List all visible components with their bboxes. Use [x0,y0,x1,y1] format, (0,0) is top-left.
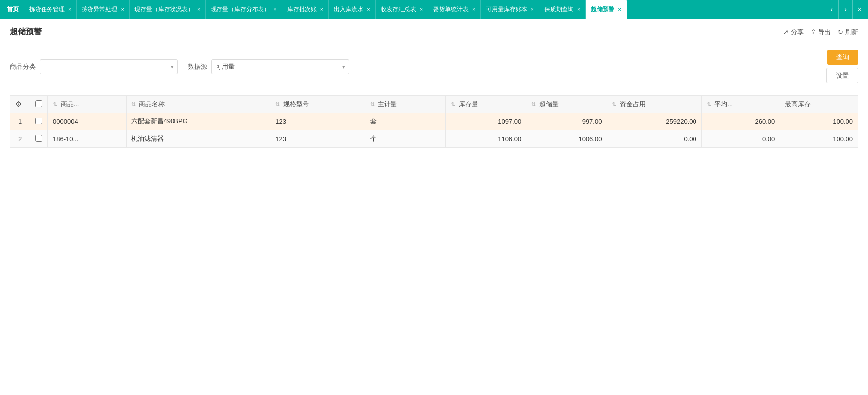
cell-product-name: 机油滤清器 [126,130,270,148]
refresh-label: 刷新 [845,28,858,37]
nav-tab-stock-dist[interactable]: 现存量（库存分布表） × [206,0,282,19]
nav-tab-label: 拣货异常处理 [82,5,117,14]
nav-tab-label: 库存批次账 [287,5,317,14]
nav-tab-stock-status[interactable]: 现存量（库存状况表） × [130,0,206,19]
nav-tab-exception[interactable]: 拣货异常处理 × [77,0,129,19]
nav-close-button[interactable]: × [852,0,866,19]
cell-unit: 套 [365,113,445,130]
datasource-filter-group: 数据源 可用量 ▾ [188,59,349,74]
data-table: ⚙ ⇅ 商品... ⇅ 商品名称 ⇅ 规格型号 ⇅ [10,95,858,148]
sort-icon: ⇅ [370,101,375,107]
table-body: 1 0000004 六配套新昌490BPG 123 套 1097.00 997.… [10,113,858,148]
nav-tab-label: 保质期查询 [544,5,574,14]
th-overstock-qty[interactable]: ⇅ 超储量 [526,96,607,113]
nav-arrows: ‹ › × [825,0,866,19]
datasource-label: 数据源 [188,62,207,71]
cell-max-stock: 100.00 [780,113,858,130]
filter-area: 商品分类 ▾ 数据源 可用量 ▾ 查询 设置 [10,45,858,88]
nav-tab-label: 出入库流水 [334,5,363,14]
th-capital-occupy[interactable]: ⇅ 资金占用 [607,96,701,113]
close-icon[interactable]: × [68,6,71,12]
settings-button[interactable]: 设置 [826,68,858,83]
datasource-select[interactable]: 可用量 ▾ [211,59,349,74]
nav-tab-expiry[interactable]: 保质期查询 × [539,0,586,19]
th-unit[interactable]: ⇅ 主计量 [365,96,445,113]
chevron-down-icon: ▾ [342,64,345,70]
sort-icon: ⇅ [531,101,536,107]
close-icon[interactable]: × [420,6,423,12]
th-checkbox [30,96,48,113]
select-all-checkbox[interactable] [35,100,42,107]
sort-icon: ⇅ [451,101,455,107]
close-icon[interactable]: × [618,6,621,12]
sort-icon: ⇅ [612,101,616,107]
page-header: 超储预警 ➚ 分享 ⇪ 导出 ↻ 刷新 [10,27,858,37]
nav-tab-home-label: 首页 [7,5,19,14]
share-button[interactable]: ➚ 分享 [783,28,804,37]
close-icon[interactable]: × [367,6,370,12]
share-icon: ➚ [783,28,789,36]
export-button[interactable]: ⇪ 导出 [811,28,831,37]
nav-tab-overstock[interactable]: 超储预警 × [586,0,626,19]
row-number: 2 [10,130,30,148]
nav-tab-inout-flow[interactable]: 出入库流水 × [329,0,375,19]
nav-tab-order-stats[interactable]: 要货单统计表 × [428,0,480,19]
table-header: ⚙ ⇅ 商品... ⇅ 商品名称 ⇅ 规格型号 ⇅ [10,96,858,113]
nav-prev-button[interactable]: ‹ [825,0,838,19]
close-icon[interactable]: × [197,6,200,12]
cell-overstock-qty: 1006.00 [526,130,607,148]
th-spec[interactable]: ⇅ 规格型号 [270,96,365,113]
nav-tab-task-mgmt[interactable]: 拣货任务管理 × [24,0,77,19]
nav-tab-label: 现存量（库存状况表） [134,5,194,14]
refresh-icon: ↻ [838,28,843,36]
th-product-name[interactable]: ⇅ 商品名称 [126,96,270,113]
sort-icon: ⇅ [131,101,136,107]
nav-next-button[interactable]: › [838,0,852,19]
nav-tab-summary[interactable]: 收发存汇总表 × [376,0,428,19]
gear-icon[interactable]: ⚙ [15,100,22,108]
cell-product-code: 186-10... [48,130,127,148]
cell-product-name: 六配套新昌490BPG [126,113,270,130]
close-icon[interactable]: × [273,6,276,12]
filter-buttons: 查询 设置 [826,50,858,83]
cell-max-stock: 100.00 [780,130,858,148]
export-icon: ⇪ [811,28,816,36]
th-settings: ⚙ [10,96,30,113]
cell-capital-occupy: 0.00 [607,130,701,148]
nav-tab-batch[interactable]: 库存批次账 × [282,0,329,19]
row-checkbox[interactable] [35,135,42,142]
th-stock-qty[interactable]: ⇅ 库存量 [445,96,526,113]
close-icon[interactable]: × [577,6,580,12]
table-row: 1 0000004 六配套新昌490BPG 123 套 1097.00 997.… [10,113,858,130]
cell-stock-qty: 1097.00 [445,113,526,130]
row-checkbox[interactable] [35,118,42,124]
th-max-stock: 最高库存 [780,96,858,113]
cell-unit: 个 [365,130,445,148]
close-icon[interactable]: × [121,6,124,12]
row-checkbox-cell [30,113,48,130]
category-select[interactable]: ▾ [40,59,178,74]
row-number: 1 [10,113,30,130]
nav-tab-label: 现存量（库存分布表） [211,5,270,14]
nav-tab-label: 收发存汇总表 [381,5,416,14]
query-button[interactable]: 查询 [827,50,858,65]
th-avg[interactable]: ⇅ 平均... [701,96,780,113]
th-product-code[interactable]: ⇅ 商品... [48,96,127,113]
nav-tab-available[interactable]: 可用量库存账本 × [481,0,539,19]
nav-tab-home[interactable]: 首页 [2,0,24,19]
close-icon[interactable]: × [472,6,475,12]
close-icon[interactable]: × [531,6,534,12]
table-row: 2 186-10... 机油滤清器 123 个 1106.00 1006.00 … [10,130,858,148]
cell-product-code: 0000004 [48,113,127,130]
nav-tab-label: 拣货任务管理 [29,5,65,14]
close-icon[interactable]: × [320,6,323,12]
nav-tab-label: 可用量库存账本 [486,5,527,14]
refresh-button[interactable]: ↻ 刷新 [838,28,858,37]
sort-icon: ⇅ [53,101,57,107]
cell-avg: 260.00 [701,113,780,130]
nav-tab-label: 超储预警 [591,5,614,14]
sort-icon: ⇅ [275,101,280,107]
category-filter-group: 商品分类 ▾ [10,59,178,74]
cell-spec: 123 [270,113,365,130]
top-navigation: 首页 拣货任务管理 × 拣货异常处理 × 现存量（库存状况表） × 现存量（库存… [0,0,868,19]
